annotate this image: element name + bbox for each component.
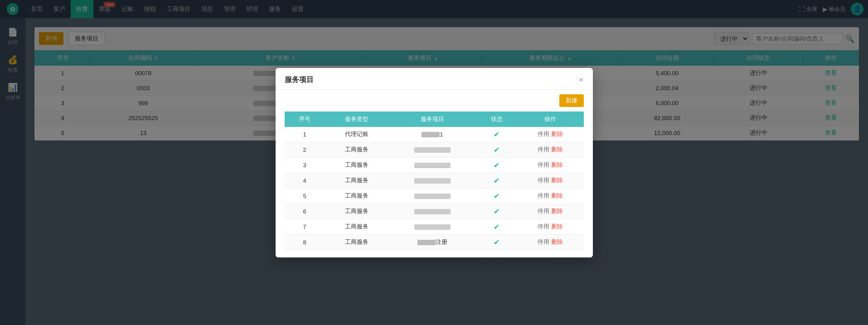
- modal-th-action: 操作: [517, 112, 584, 127]
- modal-cell-status: ✔: [476, 142, 517, 157]
- modal-cell-status: ✔: [476, 219, 517, 234]
- modal-cell-item: 注册: [388, 234, 476, 250]
- disable-button[interactable]: 停用: [538, 238, 549, 246]
- status-check-icon: ✔: [494, 161, 499, 169]
- modal-cell-type: 工商服务: [325, 142, 388, 157]
- modal-cell-type: 工商服务: [325, 204, 388, 219]
- modal-cell-type: 代理记账: [325, 127, 388, 142]
- list-item: 4 工商服务 ✔ 停用 删除: [285, 173, 584, 188]
- disable-button[interactable]: 停用: [538, 130, 549, 138]
- modal-cell-item: [388, 173, 476, 188]
- modal-cell-type: 工商服务: [325, 234, 388, 250]
- list-item: 6 工商服务 ✔ 停用 删除: [285, 204, 584, 219]
- modal-cell-actions: 停用 删除: [517, 188, 584, 204]
- modal-cell-actions: 停用 删除: [517, 173, 584, 188]
- status-check-icon: ✔: [494, 238, 499, 246]
- delete-button[interactable]: 删除: [551, 176, 563, 184]
- modal-header: 服务项目 ×: [276, 68, 593, 90]
- modal-cell-status: ✔: [476, 234, 517, 250]
- modal-cell-actions: 停用 删除: [517, 142, 584, 157]
- modal-th-status: 状态: [476, 112, 517, 127]
- modal-cell-actions: 停用 删除: [517, 157, 584, 173]
- modal-cell-item: [388, 157, 476, 173]
- modal-cell-status: ✔: [476, 127, 517, 142]
- modal-cell-status: ✔: [476, 188, 517, 204]
- delete-button[interactable]: 删除: [551, 207, 563, 215]
- modal-cell-item: 1: [388, 127, 476, 142]
- modal-cell-seq: 5: [285, 188, 325, 204]
- delete-button[interactable]: 删除: [551, 146, 563, 154]
- list-item: 3 工商服务 ✔ 停用 删除: [285, 157, 584, 173]
- delete-button[interactable]: 删除: [551, 130, 563, 138]
- delete-button[interactable]: 删除: [551, 192, 563, 200]
- disable-button[interactable]: 停用: [538, 146, 549, 154]
- modal-cell-seq: 4: [285, 173, 325, 188]
- modal-cell-actions: 停用 删除: [517, 234, 584, 250]
- disable-button[interactable]: 停用: [538, 207, 549, 215]
- modal-cell-seq: 6: [285, 204, 325, 219]
- disable-button[interactable]: 停用: [538, 192, 549, 200]
- modal-body: 序号 服务类型 服务项目 状态 操作 1 代理记账 1 ✔ 停用 删除 2 工商…: [276, 112, 593, 257]
- list-item: 5 工商服务 ✔ 停用 删除: [285, 188, 584, 204]
- list-item: 8 工商服务 注册 ✔ 停用 删除: [285, 234, 584, 250]
- modal-toolbar: 新建: [276, 90, 593, 112]
- modal-cell-item: [388, 188, 476, 204]
- status-check-icon: ✔: [494, 131, 499, 138]
- status-check-icon: ✔: [494, 192, 499, 200]
- modal-cell-type: 工商服务: [325, 173, 388, 188]
- status-check-icon: ✔: [494, 208, 499, 215]
- modal-cell-actions: 停用 删除: [517, 219, 584, 234]
- list-item: 7 工商服务 ✔ 停用 删除: [285, 219, 584, 234]
- modal-cell-status: ✔: [476, 173, 517, 188]
- status-check-icon: ✔: [494, 223, 499, 231]
- disable-button[interactable]: 停用: [538, 161, 549, 169]
- modal-cell-seq: 8: [285, 234, 325, 250]
- service-table: 序号 服务类型 服务项目 状态 操作 1 代理记账 1 ✔ 停用 删除 2 工商…: [285, 112, 584, 250]
- modal-overlay[interactable]: 服务项目 × 新建 序号 服务类型 服务项目 状态 操作 1 代理记账 1: [0, 0, 868, 325]
- delete-button[interactable]: 删除: [551, 161, 563, 169]
- delete-button[interactable]: 删除: [551, 223, 563, 231]
- modal-th-item: 服务项目: [388, 112, 476, 127]
- modal-cell-seq: 7: [285, 219, 325, 234]
- modal-new-button[interactable]: 新建: [559, 94, 584, 107]
- modal-title: 服务项目: [285, 75, 314, 85]
- modal-cell-actions: 停用 删除: [517, 127, 584, 142]
- modal-cell-type: 工商服务: [325, 219, 388, 234]
- service-modal: 服务项目 × 新建 序号 服务类型 服务项目 状态 操作 1 代理记账 1: [276, 68, 593, 257]
- modal-cell-seq: 2: [285, 142, 325, 157]
- modal-cell-item: [388, 219, 476, 234]
- modal-cell-seq: 3: [285, 157, 325, 173]
- modal-cell-item: [388, 204, 476, 219]
- delete-button[interactable]: 删除: [551, 238, 563, 246]
- modal-th-type: 服务类型: [325, 112, 388, 127]
- list-item: 1 代理记账 1 ✔ 停用 删除: [285, 127, 584, 142]
- modal-close-button[interactable]: ×: [579, 75, 584, 85]
- modal-cell-status: ✔: [476, 204, 517, 219]
- modal-th-seq: 序号: [285, 112, 325, 127]
- modal-cell-type: 工商服务: [325, 188, 388, 204]
- modal-cell-item: [388, 142, 476, 157]
- status-check-icon: ✔: [494, 146, 499, 154]
- disable-button[interactable]: 停用: [538, 176, 549, 184]
- modal-cell-status: ✔: [476, 157, 517, 173]
- modal-cell-seq: 1: [285, 127, 325, 142]
- modal-cell-type: 工商服务: [325, 157, 388, 173]
- disable-button[interactable]: 停用: [538, 223, 549, 231]
- status-check-icon: ✔: [494, 177, 499, 184]
- modal-cell-actions: 停用 删除: [517, 204, 584, 219]
- list-item: 2 工商服务 ✔ 停用 删除: [285, 142, 584, 157]
